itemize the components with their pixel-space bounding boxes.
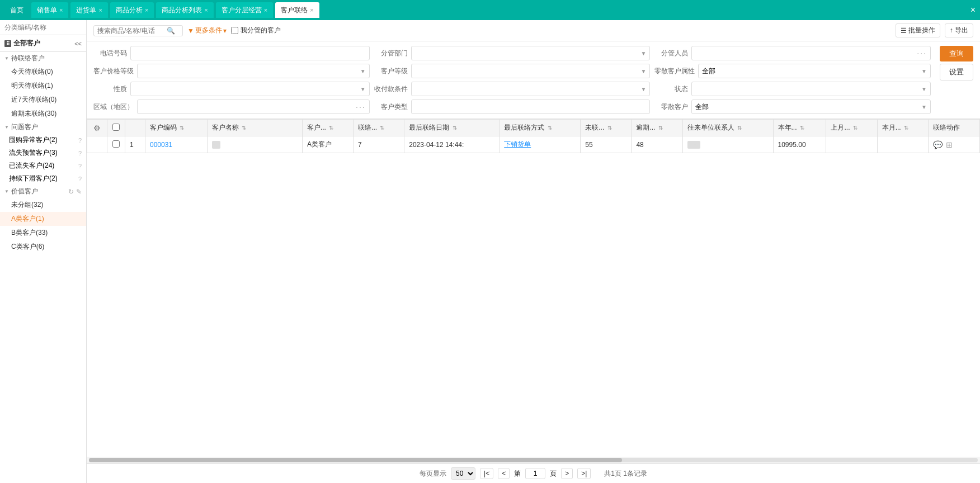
nav-tab-customer-segment[interactable]: 客户分层经营 × bbox=[216, 2, 273, 18]
top-actions-area: ☰ 批量操作 ↑ 导出 bbox=[896, 23, 973, 37]
person-input[interactable]: ··· bbox=[691, 46, 931, 60]
last-method-link[interactable]: 下销货单 bbox=[504, 140, 531, 148]
region-input[interactable]: ··· bbox=[137, 100, 370, 114]
batch-ops-btn[interactable]: ☰ 批量操作 bbox=[896, 23, 940, 37]
sidebar-issue-section[interactable]: ▼ 问题客户 bbox=[0, 121, 86, 134]
col-contacts[interactable]: 联络... ⇅ bbox=[354, 120, 404, 136]
sidebar-value-section[interactable]: ▼ 价值客户 ↻ ✎ bbox=[0, 185, 86, 198]
nav-tab-customer-contact[interactable]: 客户联络 × bbox=[275, 2, 319, 18]
value-edit-icon[interactable]: ✎ bbox=[76, 188, 82, 196]
close-product-analysis-tab[interactable]: × bbox=[145, 7, 148, 13]
value-refresh-icon[interactable]: ↻ bbox=[68, 188, 74, 196]
last-month-sort-icon[interactable]: ⇅ bbox=[853, 125, 858, 131]
last-page-btn[interactable]: >| bbox=[577, 468, 591, 479]
col-last-month[interactable]: 上月... ⇅ bbox=[826, 120, 877, 136]
sidebar-item-churned[interactable]: 已流失客户(24) ? bbox=[0, 159, 86, 172]
close-customer-contact-tab[interactable]: × bbox=[310, 7, 313, 13]
name-sort-icon[interactable]: ⇅ bbox=[242, 125, 246, 131]
next-page-btn[interactable]: > bbox=[561, 468, 573, 479]
col-overdue[interactable]: 逾期... ⇅ bbox=[632, 120, 682, 136]
col-unit-contacts[interactable]: 往来单位联系人 ⇅ bbox=[682, 120, 773, 136]
sidebar-item-unclassified[interactable]: 未分组(32) bbox=[0, 198, 86, 212]
sidebar-item-churn-warning[interactable]: 流失预警客户(3) ? bbox=[0, 146, 86, 159]
close-all-tabs[interactable]: × bbox=[970, 5, 976, 15]
col-this-month[interactable]: 本月... ⇅ bbox=[877, 120, 928, 136]
select-all-checkbox[interactable] bbox=[112, 124, 120, 131]
dept-select[interactable]: ▼ bbox=[411, 46, 651, 60]
my-customers-checkbox[interactable] bbox=[231, 27, 238, 34]
scrollbar-thumb[interactable] bbox=[89, 458, 622, 462]
filter-customer-grade: 客户等级 ▼ bbox=[374, 64, 651, 78]
close-product-list-tab[interactable]: × bbox=[204, 7, 208, 13]
grade-sort-icon[interactable]: ⇅ bbox=[329, 125, 333, 131]
row-last-method[interactable]: 下销货单 bbox=[500, 136, 581, 153]
code-sort-icon[interactable]: ⇅ bbox=[180, 125, 184, 131]
col-last-method[interactable]: 最后联络方式 ⇅ bbox=[500, 120, 581, 136]
export-btn[interactable]: ↑ 导出 bbox=[945, 23, 973, 37]
sidebar-item-hoard-customer[interactable]: 囤购异常客户(2) ? bbox=[0, 134, 86, 146]
nav-tab-sales[interactable]: 销售单 × bbox=[31, 2, 68, 18]
nav-tab-product-analysis[interactable]: 商品分析 × bbox=[110, 2, 154, 18]
col-name[interactable]: 客户名称 ⇅ bbox=[207, 120, 302, 136]
sidebar-item-overdue-contact[interactable]: 逾期未联络(30) bbox=[0, 107, 86, 121]
nav-tab-purchase[interactable]: 进货单 × bbox=[70, 2, 107, 18]
prev-page-btn[interactable]: < bbox=[498, 468, 510, 479]
sidebar-collapse-btn[interactable]: << bbox=[74, 40, 82, 47]
phone-input[interactable] bbox=[130, 46, 370, 60]
row-checkbox[interactable] bbox=[112, 140, 120, 148]
nav-tab-home[interactable]: 首页 bbox=[4, 2, 29, 18]
payment-select[interactable]: ▼ bbox=[411, 82, 651, 96]
close-sales-tab[interactable]: × bbox=[59, 7, 63, 13]
col-code[interactable]: 客户编码 ⇅ bbox=[145, 120, 208, 136]
price-grade-select[interactable]: ▼ bbox=[137, 64, 370, 78]
page-number-input[interactable] bbox=[525, 468, 545, 479]
contacts-sort-icon[interactable]: ⇅ bbox=[380, 125, 384, 131]
sidebar-item-today-pending[interactable]: 今天待联络(0) bbox=[0, 65, 86, 79]
last-method-sort-icon[interactable]: ⇅ bbox=[548, 125, 552, 131]
overdue-sort-icon[interactable]: ⇅ bbox=[658, 125, 663, 131]
last-date-sort-icon[interactable]: ⇅ bbox=[453, 125, 457, 131]
col-no-contact[interactable]: 未联... ⇅ bbox=[581, 120, 632, 136]
retail-attr-select[interactable]: 全部 ▼ bbox=[698, 64, 931, 78]
this-month-sort-icon[interactable]: ⇅ bbox=[904, 125, 908, 131]
sidebar-all-customers[interactable]: ⠿ 全部客户 << bbox=[0, 35, 86, 52]
search-input[interactable] bbox=[97, 27, 164, 35]
sidebar-item-declining[interactable]: 持续下滑客户(2) ? bbox=[0, 172, 86, 185]
query-btn[interactable]: 查询 bbox=[940, 46, 973, 61]
col-grade[interactable]: 客户... ⇅ bbox=[302, 120, 353, 136]
customer-type-input[interactable] bbox=[411, 100, 651, 114]
retail-customer-select[interactable]: 全部 ▼ bbox=[691, 100, 931, 114]
sidebar-item-b-class[interactable]: B类客户(33) bbox=[0, 226, 86, 240]
no-contact-sort-icon[interactable]: ⇅ bbox=[607, 125, 612, 131]
unit-contacts-sort-icon[interactable]: ⇅ bbox=[737, 125, 742, 131]
sidebar-item-a-class[interactable]: A类客户(1) bbox=[0, 212, 86, 226]
more-filters-btn[interactable]: ▼ 更多条件 ▾ bbox=[187, 26, 227, 35]
sidebar-pending-section[interactable]: ▼ 待联络客户 bbox=[0, 52, 86, 65]
search-icon[interactable]: 🔍 bbox=[167, 27, 175, 35]
sidebar-item-c-class[interactable]: C类客户(6) bbox=[0, 240, 86, 254]
person-dots-icon[interactable]: ··· bbox=[917, 49, 927, 58]
status-select[interactable]: ▼ bbox=[691, 82, 931, 96]
row-checkbox-cell bbox=[107, 136, 125, 153]
grid-action-icon[interactable]: ⊞ bbox=[946, 140, 953, 149]
col-settings[interactable]: ⚙ bbox=[87, 120, 107, 136]
row-code[interactable]: 000031 bbox=[145, 136, 208, 153]
settings-btn[interactable]: 设置 bbox=[940, 64, 973, 80]
customer-grade-select[interactable]: ▼ bbox=[411, 64, 651, 78]
col-last-date[interactable]: 最后联络日期 ⇅ bbox=[404, 120, 500, 136]
close-purchase-tab[interactable]: × bbox=[98, 7, 102, 13]
col-this-year[interactable]: 本年... ⇅ bbox=[773, 120, 826, 136]
nature-select[interactable]: ▼ bbox=[130, 82, 370, 96]
nav-tab-product-list[interactable]: 商品分析列表 × bbox=[156, 2, 213, 18]
region-dots-icon[interactable]: ··· bbox=[356, 102, 366, 111]
sidebar-item-7days-pending[interactable]: 近7天待联络(0) bbox=[0, 93, 86, 107]
horizontal-scrollbar[interactable] bbox=[87, 457, 980, 463]
this-year-sort-icon[interactable]: ⇅ bbox=[800, 125, 804, 131]
filter-price-grade: 客户价格等级 ▼ bbox=[93, 64, 370, 78]
first-page-btn[interactable]: |< bbox=[480, 468, 493, 479]
sidebar-search-input[interactable] bbox=[4, 23, 87, 31]
page-size-select[interactable]: 50 bbox=[451, 467, 475, 480]
sidebar-item-tomorrow-pending[interactable]: 明天待联络(1) bbox=[0, 79, 86, 93]
close-customer-segment-tab[interactable]: × bbox=[264, 7, 267, 13]
message-action-icon[interactable]: 💬 bbox=[933, 140, 943, 149]
